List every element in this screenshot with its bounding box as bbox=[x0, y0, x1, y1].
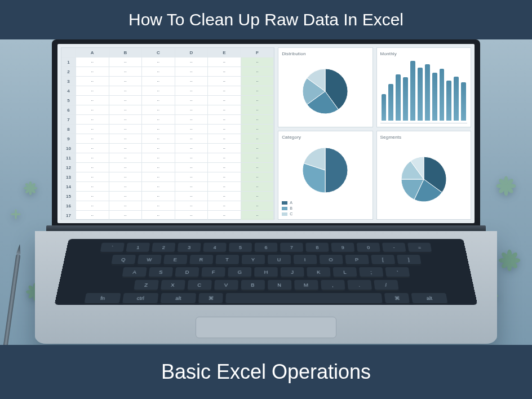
desk-scene: ABCDEF1············2············3·······… bbox=[0, 39, 532, 345]
plant-icon bbox=[497, 248, 522, 273]
bar-chart bbox=[380, 59, 467, 123]
charts-panel: Distribution Monthly Category ABC Segmen… bbox=[278, 47, 471, 220]
chart-title: Distribution bbox=[282, 51, 369, 56]
svg-point-10 bbox=[15, 209, 17, 214]
top-title: How To Clean Up Raw Data In Excel bbox=[128, 10, 404, 29]
plant-icon bbox=[495, 175, 517, 197]
pie-chart bbox=[380, 142, 467, 216]
pie-chart-card-1: Distribution bbox=[278, 47, 373, 127]
pie-chart bbox=[282, 59, 369, 123]
bottom-title: Basic Excel Operations bbox=[161, 360, 371, 384]
svg-point-11 bbox=[15, 215, 17, 219]
spreadsheet-grid: ABCDEF1············2············3·······… bbox=[61, 47, 274, 220]
keyboard: `1234567890-=QWERTYUIOP[]ASDFGHJKL;'ZXCV… bbox=[55, 239, 478, 305]
chart-title: Monthly bbox=[380, 51, 467, 56]
svg-point-12 bbox=[11, 213, 15, 215]
bottom-banner: Basic Excel Operations bbox=[0, 345, 532, 399]
chart-title: Category bbox=[282, 135, 369, 140]
laptop-hinge bbox=[46, 225, 486, 231]
plant-icon bbox=[23, 180, 38, 196]
svg-point-13 bbox=[16, 213, 21, 215]
laptop-screen: ABCDEF1············2············3·······… bbox=[57, 44, 475, 223]
bar-chart-card: Monthly bbox=[376, 47, 471, 127]
pie-chart-card-2: Category ABC bbox=[278, 131, 373, 220]
pie-chart-card-3: Segments bbox=[376, 131, 471, 220]
laptop-base: `1234567890-=QWERTYUIOP[]ASDFGHJKL;'ZXCV… bbox=[35, 231, 497, 344]
laptop-screen-bezel: ABCDEF1············2············3·······… bbox=[52, 39, 480, 225]
plant-icon bbox=[10, 209, 21, 220]
pie-chart bbox=[282, 142, 369, 198]
chart-legend: ABC bbox=[282, 201, 369, 216]
laptop: ABCDEF1············2············3·······… bbox=[52, 39, 480, 344]
chart-title: Segments bbox=[380, 135, 467, 140]
top-banner: How To Clean Up Raw Data In Excel bbox=[0, 0, 532, 39]
trackpad bbox=[196, 317, 336, 338]
